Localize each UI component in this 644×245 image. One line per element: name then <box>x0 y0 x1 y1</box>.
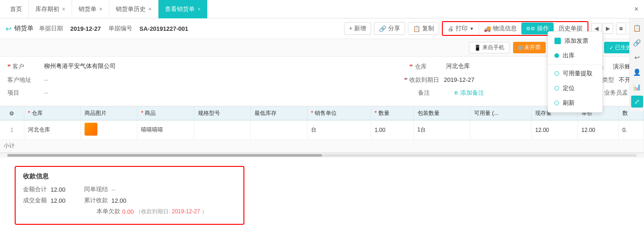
warehouse-field: * * 仓库 河北仓库 <box>297 61 586 72</box>
tab-bar: 首页 库存期初 × 销货单 × 销货单历史 × 查看销货单 × × <box>0 0 644 18</box>
print-button[interactable]: 🖨 打印 ▼ <box>443 23 479 34</box>
add-note-button[interactable]: ⊕ 添加备注 <box>454 89 484 97</box>
project-field: 项目 -- <box>7 88 303 97</box>
from-mobile-button[interactable]: 📱 来自手机 <box>469 42 509 53</box>
payment-row-1: 金额合计 12.00 同单现结 -- <box>23 185 236 194</box>
tab-home[interactable]: 首页 <box>4 0 29 18</box>
menu-locate[interactable]: 定位 <box>548 81 602 96</box>
sidebar-btn-expand[interactable]: ⤢ <box>631 96 643 108</box>
address-value: -- <box>41 75 51 85</box>
product-table-wrap: ⚙ * 仓库 商品图片 * 商品 规格型号 最低库存 * 销售单位 * 数量 包… <box>0 106 644 153</box>
right-sidebar: 📋 🔗 ↩ 👤 📊 ⤢ <box>629 18 644 111</box>
list-view-button[interactable]: ≡ <box>616 23 626 34</box>
tab-sales[interactable]: 销货单 × <box>72 0 109 18</box>
cumulative-value: 12.00 <box>112 197 127 204</box>
transaction-value: 12.00 <box>51 197 66 204</box>
settlement-value: -- <box>112 186 116 193</box>
print-dropdown-arrow: ▼ <box>469 26 474 31</box>
logistics-icon: 🚚 <box>484 25 491 32</box>
subtotal-row: 小计 <box>0 140 644 153</box>
due-date-field: * * 收款到期日 2019-12-27 <box>296 75 585 85</box>
no-label: 单据编号 <box>108 24 132 33</box>
transaction-label: 成交金额 <box>23 196 47 205</box>
available-qty-icon <box>554 71 559 76</box>
add-note-icon: ⊕ <box>454 89 458 96</box>
payment-row-3: 本单欠款 0.00 （收款到期日: 2019-12-27 ） <box>23 207 236 216</box>
owed-value: 0.00 <box>122 208 134 215</box>
menu-outbound[interactable]: 出库 <box>548 48 602 63</box>
close-inventory-tab[interactable]: × <box>62 6 65 12</box>
copy-button[interactable]: 📋 复制 <box>408 22 439 35</box>
form-row-3: 项目 -- 备注 ⊕ 添加备注 * * 业务员孟 -- <box>7 88 637 97</box>
owed-label: 本单欠款 <box>96 207 120 216</box>
salesman-label: * * 业务员孟 <box>599 89 628 97</box>
warehouse-label: * * 仓库 <box>409 63 441 71</box>
row-pack-qty: 1台 <box>413 120 470 140</box>
tab-sales-history[interactable]: 销货单历史 × <box>109 0 158 18</box>
share-button[interactable]: 🔗 分享 <box>374 22 405 35</box>
owed-item: 本单欠款 0.00 （收款到期日: 2019-12-27 ） <box>96 207 207 216</box>
row-current: 12.00 <box>531 120 578 140</box>
th-img: 商品图片 <box>80 107 137 120</box>
note-label: 备注 <box>418 89 450 97</box>
date-value: 2019-12-27 <box>70 25 101 32</box>
close-view-sales-tab[interactable]: × <box>198 6 201 12</box>
th-spec: 规格型号 <box>194 107 250 120</box>
menu-add-invoice[interactable]: 添加发票 <box>548 34 602 48</box>
menu-refresh[interactable]: 刷新 <box>548 96 602 110</box>
date-label: 单据日期 <box>39 24 63 33</box>
row-available <box>470 120 531 140</box>
refresh-icon <box>554 101 559 105</box>
menu-available-qty[interactable]: 可用量提取 <box>548 66 602 81</box>
operation-dropdown: 添加发票 出库 可用量提取 定位 刷新 <box>548 31 603 113</box>
new-button[interactable]: + 新增 <box>344 22 371 35</box>
settlement-item: 同单现结 -- <box>84 185 116 194</box>
share-icon: 🔗 <box>379 25 386 32</box>
operation-icon: ⚙⚙ <box>526 26 535 32</box>
ticket-status-dot <box>518 46 523 50</box>
customer-label: * * 客户 <box>7 63 40 71</box>
sidebar-btn-5[interactable]: 📊 <box>631 81 643 93</box>
total-item: 金额合计 12.00 <box>23 185 66 194</box>
payment-box: 收款信息 金额合计 12.00 同单现结 -- 成交金额 12.00 累计收款 <box>15 166 244 225</box>
product-table: ⚙ * 仓库 商品图片 * 商品 规格型号 最低库存 * 销售单位 * 数量 包… <box>0 107 644 153</box>
document-title: ↩ 销货单 <box>6 24 34 33</box>
sidebar-btn-2[interactable]: 🔗 <box>631 37 643 49</box>
logistics-button[interactable]: 🚚 物流信息 <box>479 23 521 34</box>
project-label: 项目 <box>7 89 40 97</box>
not-open-ticket-button[interactable]: 未开票 <box>513 42 546 53</box>
tab-inventory[interactable]: 库存期初 × <box>29 0 72 18</box>
locate-icon <box>554 86 559 91</box>
th-min-stock: 最低库存 <box>250 107 307 120</box>
effective-check-icon: ✓ <box>609 45 614 51</box>
payment-title: 收款信息 <box>23 172 236 181</box>
menu-divider <box>548 64 602 65</box>
th-warehouse: * 仓库 <box>24 107 80 120</box>
th-gear: ⚙ <box>0 107 24 120</box>
window-close-button[interactable]: × <box>634 5 638 13</box>
next-arrow[interactable]: ▶ <box>603 23 613 34</box>
close-history-tab[interactable]: × <box>148 6 152 12</box>
tab-view-sales[interactable]: 查看销货单 × <box>158 0 208 18</box>
sidebar-btn-1[interactable]: 📋 <box>631 22 643 34</box>
outbound-icon <box>554 53 559 58</box>
copy-icon: 📋 <box>413 25 420 32</box>
form-row-1: * * 客户 柳州粤港平安气体有限公司 * * 仓库 河北仓库 业务员 演示账号 <box>7 61 637 72</box>
row-warehouse: 河北仓库 <box>24 120 80 140</box>
sales-order-icon: ↩ <box>6 24 11 33</box>
sidebar-btn-4[interactable]: 👤 <box>631 66 643 78</box>
total-value: 12.00 <box>51 186 66 193</box>
form-row-2: 客户地址 -- * * 收款到期日 2019-12-27 * * 票据类型 不开… <box>7 75 637 85</box>
subtotal-label: 小计 <box>0 140 644 153</box>
payment-section: 收款信息 金额合计 12.00 同单现结 -- 成交金额 12.00 累计收款 <box>0 158 644 233</box>
row-unit: 台 <box>307 120 371 140</box>
close-sales-tab[interactable]: × <box>99 6 102 12</box>
payment-row-2: 成交金额 12.00 累计收款 12.00 <box>23 196 236 205</box>
th-pack-qty: 包装数量 <box>413 107 470 120</box>
sidebar-btn-3[interactable]: ↩ <box>631 51 643 63</box>
customer-field: * * 客户 柳州粤港平安气体有限公司 <box>7 61 297 72</box>
address-field: 客户地址 -- <box>7 75 296 85</box>
warehouse-value: 河北仓库 <box>443 61 473 72</box>
customer-value: 柳州粤港平安气体有限公司 <box>41 61 119 72</box>
row-qty: 1.00 <box>371 120 413 140</box>
